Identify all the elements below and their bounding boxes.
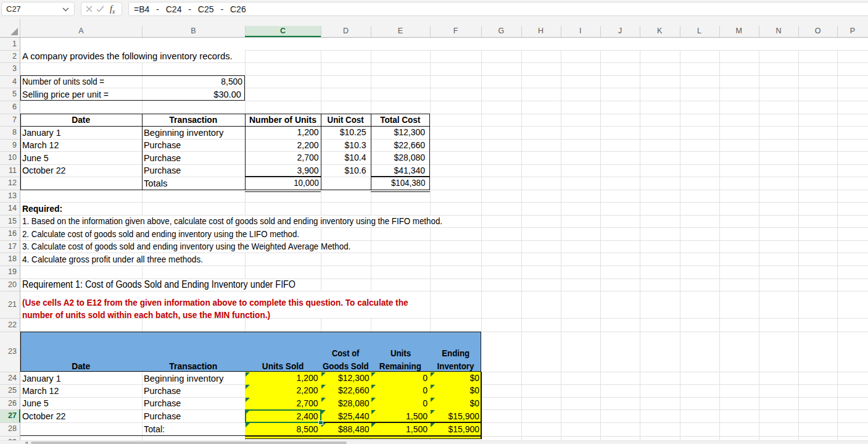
cell-B24[interactable]: Beginning inventory [142,372,245,384]
cell-E28[interactable]: 8,500 [245,422,321,436]
column-header-K[interactable]: K [640,25,680,38]
cell-A16[interactable]: 2. Calculate cost of goods sold and endi… [20,227,142,240]
cell-C26[interactable]: 2,700 [245,397,321,410]
cell-D11[interactable]: $10.6 [321,164,371,177]
cell-E25[interactable]: 0 [371,384,430,397]
row-header-6[interactable]: 6 [0,101,20,114]
cell-D10[interactable]: $10.4 [321,151,371,164]
column-header-N[interactable]: N [759,25,798,38]
row-header-23[interactable]: 23 [0,332,20,372]
cell-B11[interactable]: Purchase [142,164,245,177]
cell-E23-line1[interactable]: Units [371,347,430,360]
cell-E26[interactable]: 0 [371,397,430,410]
row-header-4[interactable]: 4 [0,75,20,88]
row-header-5[interactable]: 5 [0,88,20,101]
cell-B23-line2[interactable]: Transaction [142,360,245,373]
chevron-down-icon[interactable] [62,7,69,12]
cell-D23-line2[interactable]: Goods Sold [321,360,371,373]
cell-E11[interactable]: $41,340 [371,164,430,177]
column-header-F[interactable]: F [430,25,481,38]
cell-E9[interactable]: $22,660 [371,139,430,152]
cell-F25[interactable]: $0 [430,384,481,397]
cell-A10[interactable]: June 5 [20,151,142,164]
cell-F24[interactable]: $0 [430,372,481,384]
column-header-G[interactable]: G [481,25,521,38]
cell-A27[interactable]: October 22 [20,409,142,422]
cell-D24[interactable]: $12,300 [321,372,371,384]
column-header-A[interactable]: A [20,25,142,38]
cell-A18[interactable]: 4. Calculate gross profit under all thre… [20,253,142,266]
cell-E23-line2[interactable]: Remaining [371,360,430,373]
row-header-3[interactable]: 3 [0,62,20,75]
cell-A21-line1[interactable]: (Use cells A2 to E12 from the given info… [20,296,481,309]
cell-C24[interactable]: 1,200 [245,372,321,384]
cell-A15[interactable]: 1. Based on the information given above,… [20,215,142,228]
row-header-1[interactable]: 1 [0,38,20,50]
row-header-9[interactable]: 9 [0,139,20,152]
cell-D25[interactable]: $22,660 [321,384,371,397]
cell-A7[interactable]: Date [20,114,142,127]
cancel-icon[interactable] [86,6,93,12]
column-header-I[interactable]: I [561,25,601,38]
column-header-E[interactable]: E [371,25,430,38]
insert-function-icon[interactable]: fx [110,4,115,15]
cell-A2[interactable]: A company provides the following invento… [20,50,142,63]
cell-F23-line1[interactable]: Ending [430,347,481,360]
cell-E24[interactable]: 0 [371,372,430,384]
row-header-20[interactable]: 20 [0,279,20,291]
cell-B26[interactable]: Purchase [142,397,245,410]
row-header-16[interactable]: 16 [0,227,20,240]
horizontal-scrollbar-thumb[interactable] [31,442,347,444]
row-header-15[interactable]: 15 [0,215,20,228]
cell-A20[interactable]: Requirement 1: Cost of Goods Sold and En… [20,279,142,291]
cell-B7[interactable]: Transaction [142,114,245,127]
row-header-18[interactable]: 18 [0,253,20,266]
row-header-28[interactable]: 28 [0,422,20,436]
cell-D7[interactable]: Unit Cost [321,114,371,127]
row-header-14[interactable]: 14 [0,202,20,215]
cell-A24[interactable]: January 1 [20,372,142,384]
cell-A5[interactable]: Selling price per unit = [20,88,142,101]
cell-E10[interactable]: $28,080 [371,151,430,164]
cell-C9[interactable]: 2,200 [245,139,321,152]
fill-handle[interactable] [318,421,323,425]
cell-E27[interactable]: 1,500 [371,409,430,422]
cell-E8[interactable]: $12,300 [371,126,430,139]
column-header-L[interactable]: L [680,25,719,38]
cell-F28[interactable]: $88,480 [321,422,371,436]
row-header-25[interactable]: 25 [0,384,20,397]
cell-A21-line2[interactable]: number of units sold within each batch, … [20,309,481,322]
cell-B12[interactable]: Totals [142,177,245,190]
cell-F23-line2[interactable]: Inventory [430,360,481,373]
cell-D27[interactable]: $25,440 [321,409,371,422]
cell-A25[interactable]: March 12 [20,384,142,397]
cell-undefined28[interactable]: 1,500 [371,422,430,436]
horizontal-scrollbar[interactable] [0,440,868,444]
cell-B5[interactable]: $30.00 [142,88,245,101]
cell-A11[interactable]: October 22 [20,164,142,177]
cell-C23-line2[interactable]: Units Sold [245,360,321,373]
cell-B27[interactable]: Purchase [142,409,245,422]
name-box[interactable]: C27 [1,2,75,16]
row-header-13[interactable]: 13 [0,190,20,203]
cell-D9[interactable]: $10.3 [321,139,371,152]
formula-input[interactable]: =B4 - C24 - C25 - C26 [128,2,868,16]
column-header-J[interactable]: J [600,25,640,38]
row-header-17[interactable]: 17 [0,240,20,253]
row-header-24[interactable]: 24 [0,372,20,384]
cell-D23-line1[interactable]: Cost of [321,347,371,360]
row-header-2[interactable]: 2 [0,50,20,63]
cell-C8[interactable]: 1,200 [245,126,321,139]
cell-A23-line2[interactable]: Date [20,360,142,373]
cell-C10[interactable]: 2,700 [245,151,321,164]
column-header-H[interactable]: H [521,25,561,38]
cell-B8[interactable]: Beginning inventory [142,126,245,139]
row-header-12[interactable]: 12 [0,177,20,190]
cell-C12[interactable]: 10,000 [245,177,321,190]
row-header-8[interactable]: 8 [0,126,20,139]
cell-E7[interactable]: Total Cost [371,114,430,127]
column-header-P[interactable]: P [837,25,868,38]
cell-D26[interactable]: $28,080 [321,397,371,410]
row-header-19[interactable]: 19 [0,266,20,279]
row-header-26[interactable]: 26 [0,397,20,410]
